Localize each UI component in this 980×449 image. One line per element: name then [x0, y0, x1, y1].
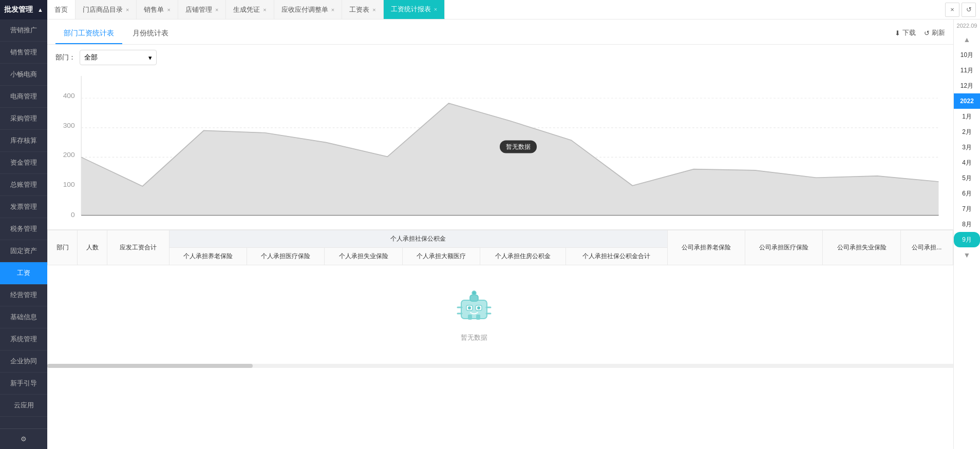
refresh-icon2: ↺: [924, 29, 930, 37]
svg-text:400: 400: [63, 92, 75, 100]
svg-point-18: [472, 291, 476, 295]
col-header-company-pension: 公司承担养老保险: [667, 230, 745, 265]
sidebar-item-operations[interactable]: 经营管理: [0, 284, 47, 306]
sidebar-header: 批发管理 ▲: [0, 0, 47, 19]
table-empty-row: 暂无数据: [48, 265, 953, 363]
col-header-personal-medical: 个人承担医疗保险: [247, 248, 325, 265]
date-item-jul[interactable]: 7月: [954, 201, 980, 217]
tab-close-payroll-table[interactable]: ×: [372, 7, 375, 13]
dept-label: 部门：: [55, 53, 76, 62]
sidebar-item-guide[interactable]: 新手引导: [0, 373, 47, 395]
tab-close-generate-voucher[interactable]: ×: [263, 7, 266, 13]
sidebar-item-invoice[interactable]: 发票管理: [0, 196, 47, 218]
col-header-total-salary: 应发工资合计: [107, 230, 169, 265]
svg-text:300: 300: [63, 122, 75, 129]
col-header-personal-large-medical: 个人承担大额医疗: [402, 248, 480, 265]
tab-receivable-adjustment[interactable]: 应收应付调整单 ×: [274, 0, 342, 19]
tab-bar: 首页 门店商品目录 × 销售单 × 店铺管理 × 生成凭证 × 应收应付调整单 …: [47, 0, 980, 19]
col-header-personal-pension: 个人承担养老保险: [169, 248, 247, 265]
date-next-btn[interactable]: ▼: [954, 247, 980, 263]
svg-point-15: [468, 306, 471, 309]
toolbar-left: 部门： 全部 ▾: [55, 50, 157, 65]
sidebar-item-sales[interactable]: 销售管理: [0, 42, 47, 64]
tab-bar-actions: × ↺: [943, 3, 980, 17]
date-item-feb[interactable]: 2月: [954, 124, 980, 140]
empty-state: 暂无数据: [48, 265, 901, 363]
date-item-dec[interactable]: 12月: [954, 78, 980, 93]
svg-rect-17: [470, 295, 478, 301]
gear-icon: ⚙: [21, 435, 27, 443]
date-item-jan[interactable]: 1月: [954, 109, 980, 124]
date-item-may[interactable]: 5月: [954, 170, 980, 186]
date-prev-btn[interactable]: ▲: [954, 32, 980, 47]
col-header-headcount: 人数: [78, 230, 107, 265]
tab-close-shop-manage[interactable]: ×: [215, 7, 218, 13]
tab-close-store-catalog[interactable]: ×: [126, 7, 129, 13]
chevron-down-icon: ▾: [148, 54, 152, 62]
col-header-company-unemployment: 公司承担失业保险: [823, 230, 900, 265]
sidebar-item-ecommerce-small[interactable]: 小畅电商: [0, 64, 47, 86]
close-all-icon: ×: [950, 6, 954, 13]
col-header-personal-total: 个人承担社保公积金合计: [566, 248, 667, 265]
sub-tab-dept-stats[interactable]: 部门工资统计表: [55, 26, 122, 44]
tab-close-receivable-adjustment[interactable]: ×: [331, 7, 334, 13]
svg-text:100: 100: [63, 181, 75, 188]
date-item-oct[interactable]: 10月: [954, 47, 980, 63]
tab-payroll-report[interactable]: 工资统计报表 ×: [384, 0, 445, 19]
page-content: 部门工资统计表 月份统计表 ⬇ 下载 ↺ 刷新: [47, 19, 953, 449]
date-item-mar[interactable]: 3月: [954, 140, 980, 155]
sidebar-item-payroll[interactable]: 工资: [0, 262, 47, 284]
dept-select[interactable]: 全部 ▾: [80, 50, 157, 65]
refresh-tab-button[interactable]: ↺: [962, 3, 976, 17]
sidebar-item-system[interactable]: 系统管理: [0, 328, 47, 350]
svg-point-16: [477, 306, 480, 309]
h-scrollbar-thumb[interactable]: [47, 364, 253, 368]
chart-area: 暂无数据 0 100 200 300 400: [47, 70, 953, 229]
tab-generate-voucher[interactable]: 生成凭证 ×: [226, 0, 274, 19]
svg-marker-11: [81, 103, 938, 215]
close-all-tabs-button[interactable]: ×: [945, 3, 959, 17]
col-header-company-other: 公司承担...: [900, 230, 953, 265]
sidebar-item-assets[interactable]: 固定资产: [0, 240, 47, 262]
date-item-year-2022[interactable]: 2022: [954, 93, 980, 109]
content-area: 部门工资统计表 月份统计表 ⬇ 下载 ↺ 刷新: [47, 19, 980, 449]
main-area: 首页 门店商品目录 × 销售单 × 店铺管理 × 生成凭证 × 应收应付调整单 …: [47, 0, 980, 449]
sidebar-item-finance[interactable]: 资金管理: [0, 152, 47, 174]
sidebar-item-enterprise[interactable]: 企业协同: [0, 350, 47, 373]
date-item-nov[interactable]: 11月: [954, 63, 980, 78]
tab-shop-manage[interactable]: 店铺管理 ×: [178, 0, 226, 19]
sidebar-item-ecommerce[interactable]: 电商管理: [0, 86, 47, 108]
date-item-aug[interactable]: 8月: [954, 217, 980, 232]
sidebar-settings[interactable]: ⚙: [0, 428, 47, 449]
tab-close-sales[interactable]: ×: [167, 7, 170, 13]
tab-sales[interactable]: 销售单 ×: [137, 0, 178, 19]
download-icon: ⬇: [895, 29, 900, 37]
date-item-apr[interactable]: 4月: [954, 155, 980, 170]
download-button[interactable]: ⬇ 下载: [895, 28, 916, 37]
date-item-jun[interactable]: 6月: [954, 186, 980, 201]
sidebar-item-marketing[interactable]: 营销推广: [0, 19, 47, 42]
chart-svg: 0 100 200 300 400: [55, 70, 945, 229]
h-scrollbar[interactable]: [47, 364, 953, 368]
tab-payroll-table[interactable]: 工资表 ×: [342, 0, 383, 19]
tab-home[interactable]: 首页: [47, 0, 76, 19]
refresh-button[interactable]: ↺ 刷新: [924, 28, 945, 37]
sub-tab-actions: ⬇ 下载 ↺ 刷新: [895, 28, 945, 42]
sub-tab-month-stats[interactable]: 月份统计表: [124, 26, 177, 44]
sidebar-item-basic-info[interactable]: 基础信息: [0, 306, 47, 328]
tab-store-catalog[interactable]: 门店商品目录 ×: [76, 0, 137, 19]
col-header-personal-unemployment: 个人承担失业保险: [325, 248, 402, 265]
sidebar-item-purchase[interactable]: 采购管理: [0, 108, 47, 130]
sidebar-item-tax[interactable]: 税务管理: [0, 218, 47, 240]
empty-text: 暂无数据: [461, 333, 487, 342]
right-date-panel: 2022.09 ▲ 10月 11月 12月 2022 1月 2月 3月: [953, 19, 980, 449]
tab-close-payroll-report[interactable]: ×: [434, 6, 437, 12]
sidebar-expand-icon[interactable]: ▲: [37, 7, 43, 13]
sidebar-item-cloud[interactable]: 云应用: [0, 395, 47, 417]
sidebar-item-inventory[interactable]: 库存核算: [0, 130, 47, 152]
col-header-personal-housing: 个人承担住房公积金: [480, 248, 566, 265]
svg-text:200: 200: [63, 151, 75, 159]
col-header-company-medical: 公司承担医疗保险: [745, 230, 823, 265]
date-item-sep[interactable]: 9月: [954, 232, 980, 247]
sidebar-item-ledger[interactable]: 总账管理: [0, 174, 47, 196]
